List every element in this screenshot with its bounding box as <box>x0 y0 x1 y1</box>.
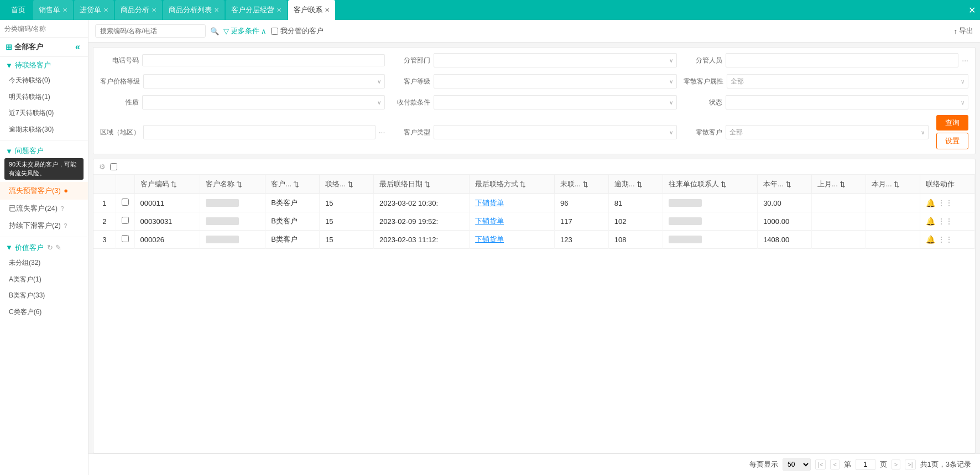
my-customers-checkbox[interactable]: 我分管的客户 <box>271 26 324 36</box>
cell-unit-contact: ██████ <box>663 212 758 231</box>
th-code[interactable]: 客户编码⇅ <box>134 175 200 194</box>
settings-button[interactable]: 设置 <box>936 133 968 149</box>
main-search-icon[interactable]: 🔍 <box>210 27 219 35</box>
tab-customer-layering[interactable]: 客户分层经营 ✕ <box>226 0 287 20</box>
main-search-input[interactable] <box>95 24 206 38</box>
more-filters-button[interactable]: ▽ 更多条件 ∧ <box>223 26 267 36</box>
sidebar-section-pending[interactable]: ▼ 待联络客户 <box>0 57 88 72</box>
action-contact-icon[interactable]: 🔔 <box>926 199 935 207</box>
filter-customer-grade-select[interactable]: ∨ <box>434 74 676 88</box>
filter-dept-label: 分管部门 <box>392 56 430 65</box>
cell-checkbox[interactable] <box>116 212 134 231</box>
filter-phone-label: 电话号码 <box>100 56 139 65</box>
th-name[interactable]: 客户名称⇅ <box>200 175 265 194</box>
th-this-year[interactable]: 本年...⇅ <box>758 175 812 194</box>
edit-icon[interactable]: ✎ <box>55 243 61 252</box>
cell-this-month <box>866 231 920 249</box>
table-gear-icon[interactable]: ⚙ <box>99 163 106 171</box>
per-page-select[interactable]: 50 100 200 <box>783 458 811 471</box>
tab-close-icon[interactable]: ✕ <box>152 7 157 14</box>
refresh-icon[interactable]: ↻ <box>47 243 53 252</box>
th-this-month[interactable]: 本月...⇅ <box>866 175 920 194</box>
cell-last-way[interactable]: 下销货单 <box>470 231 555 249</box>
action-more-icon[interactable]: ⋮⋮ <box>937 217 953 226</box>
tab-customer-contact[interactable]: 客户联系 ✕ <box>288 0 335 20</box>
cell-action: 🔔 ⋮⋮ <box>920 194 974 212</box>
cell-this-year: 1408.00 <box>758 231 812 249</box>
page-last-btn[interactable]: >| <box>905 460 915 469</box>
cell-checkbox[interactable] <box>116 194 134 212</box>
filter-payment-select[interactable]: ∨ <box>434 95 676 109</box>
sidebar-section-value[interactable]: ▼ 价值客户 ↻ ✎ <box>0 239 88 255</box>
tab-purchase[interactable]: 进货单 ✕ <box>74 0 114 20</box>
sidebar-item-b-class[interactable]: B类客户(33) <box>0 288 88 304</box>
tab-close-icon[interactable]: ✕ <box>62 7 67 14</box>
filter-scatter-attr-select[interactable]: 全部∨ <box>727 74 968 88</box>
filter-manager-select[interactable] <box>726 53 959 67</box>
filter-region-more-icon[interactable]: ··· <box>379 128 385 137</box>
sidebar-item-today[interactable]: 今天待联络(0) <box>0 72 88 89</box>
sidebar-collapse-icon[interactable]: « <box>75 42 82 52</box>
home-tab[interactable]: 首页 <box>4 0 32 20</box>
sidebar-item-a-class[interactable]: A类客户(1) <box>0 272 88 288</box>
th-uncontact[interactable]: 未联...⇅ <box>555 175 609 194</box>
export-button[interactable]: ↑ 导出 <box>954 26 974 36</box>
page-next-btn[interactable]: > <box>892 460 900 469</box>
filter-customer-type-select[interactable]: ∨ <box>434 125 676 139</box>
filter-scatter-customer-select[interactable]: 全部∨ <box>726 125 929 139</box>
tab-sales[interactable]: 销售单 ✕ <box>33 0 73 20</box>
sidebar-item-churned[interactable]: 已流失客户(24) ? <box>0 200 88 217</box>
page-prev-btn[interactable]: < <box>830 460 839 469</box>
sidebar-search-input[interactable] <box>4 25 87 33</box>
cell-checkbox[interactable] <box>116 231 134 249</box>
th-unit-contact[interactable]: 往来单位联系人⇅ <box>663 175 758 194</box>
sidebar-item-7days[interactable]: 近7天待联络(0) <box>0 105 88 122</box>
sidebar-section-problem[interactable]: ▼ 问题客户 <box>0 143 88 158</box>
sidebar-item-c-class[interactable]: C类客户(6) <box>0 304 88 321</box>
th-contact[interactable]: 联络...⇅ <box>320 175 374 194</box>
tab-product-list[interactable]: 商品分析列表 ✕ <box>163 0 225 20</box>
filter-price-grade-select[interactable]: ∨ <box>143 74 385 88</box>
sidebar-item-tomorrow[interactable]: 明天待联络(1) <box>0 89 88 106</box>
action-more-icon[interactable]: ⋮⋮ <box>937 199 953 207</box>
filter-region-select[interactable] <box>143 125 376 139</box>
sidebar-item-churn-warning[interactable]: 流失预警客户(3) ● <box>0 182 88 200</box>
sidebar-item-ungroup[interactable]: 未分组(32) <box>0 255 88 272</box>
filter-phone-input[interactable] <box>142 54 385 66</box>
action-contact-icon[interactable]: 🔔 <box>926 235 935 244</box>
cell-last-way[interactable]: 下销货单 <box>470 212 555 231</box>
sidebar-item-declining[interactable]: 持续下滑客户(2) ? <box>0 217 88 234</box>
cell-last-way[interactable]: 下销货单 <box>470 194 555 212</box>
tab-close-icon[interactable]: ✕ <box>277 7 282 14</box>
cell-num: 3 <box>93 231 116 249</box>
tab-close-icon[interactable]: ✕ <box>214 7 219 14</box>
th-action: 联络动作 <box>920 175 974 194</box>
action-more-icon[interactable]: ⋮⋮ <box>937 235 953 244</box>
sidebar-all-customers[interactable]: ⊞ 全部客户 « <box>0 38 88 57</box>
tab-close-icon[interactable]: ✕ <box>325 7 330 14</box>
th-type[interactable]: 客户...⇅ <box>265 175 320 194</box>
th-last-date[interactable]: 最后联络日期⇅ <box>373 175 469 194</box>
window-close-button[interactable]: ✕ <box>968 5 976 15</box>
my-customers-check[interactable] <box>271 28 278 35</box>
select-all-checkbox[interactable] <box>110 163 117 170</box>
filter-status-select[interactable]: ∨ <box>726 95 968 109</box>
action-contact-icon[interactable]: 🔔 <box>926 217 935 226</box>
filter-icon: ▽ <box>223 27 229 35</box>
tab-close-icon[interactable]: ✕ <box>103 7 108 14</box>
filter-dept-select[interactable]: ∨ <box>434 53 676 67</box>
filter-manager-more-icon[interactable]: ··· <box>962 56 968 65</box>
cell-last-month <box>811 212 866 231</box>
page-input[interactable] <box>856 459 875 470</box>
query-button[interactable]: 查询 <box>936 115 968 131</box>
tab-product-analysis[interactable]: 商品分析 ✕ <box>115 0 162 20</box>
chevron-down-icon: ▼ <box>6 61 13 70</box>
sidebar-item-overdue[interactable]: 逾期未联络(30) <box>0 122 88 138</box>
page-first-btn[interactable]: |< <box>815 460 826 469</box>
th-last-month[interactable]: 上月...⇅ <box>811 175 866 194</box>
filter-region-label: 区域（地区） <box>100 128 140 137</box>
th-overdue[interactable]: 逾期...⇅ <box>608 175 663 194</box>
th-last-way[interactable]: 最后联络方式⇅ <box>470 175 555 194</box>
filter-nature-select[interactable]: ∨ <box>142 95 385 109</box>
cell-name: ██████ <box>200 231 265 249</box>
